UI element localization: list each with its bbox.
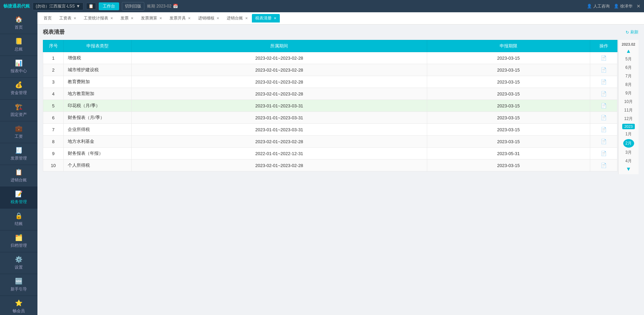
cell-action[interactable]: 📄 <box>590 112 617 124</box>
cell-action[interactable]: 📄 <box>590 160 617 171</box>
cell-action[interactable]: 📄 <box>590 148 617 160</box>
cell-type: 增值税 <box>64 52 132 64</box>
tab-close-invoice-calc[interactable]: ✕ <box>159 16 162 20</box>
sidebar-item-assets[interactable]: 🏗️ 固定资产 <box>0 100 37 121</box>
cell-action[interactable]: 📄 <box>590 124 617 136</box>
calendar-nav-up[interactable]: ▲ <box>625 47 632 55</box>
action-detail-icon[interactable]: 📄 <box>601 127 607 132</box>
sidebar-item-home[interactable]: 🏠 首页 <box>0 12 37 34</box>
calendar-month-12[interactable]: 12月 <box>618 115 639 123</box>
sidebar-item-label: 进销台账 <box>11 177 27 183</box>
calendar-month-2-active[interactable]: 2月 <box>623 139 634 148</box>
assets-icon: 🏗️ <box>15 103 22 110</box>
calendar-month-11[interactable]: 11月 <box>618 106 639 115</box>
reconcile-icon: 📋 <box>15 168 22 176</box>
sidebar-item-label: 总账 <box>15 46 23 52</box>
cell-action[interactable]: 📄 <box>590 64 617 76</box>
action-detail-icon[interactable]: 📄 <box>601 103 607 108</box>
tab-tax-register[interactable]: 税表清册 ✕ <box>252 14 280 22</box>
tab-wages-report[interactable]: 工资统计报表 ✕ <box>80 14 116 22</box>
sidebar-item-label: 税务管理 <box>11 199 27 205</box>
app-logo: 畅捷通易代账 <box>3 3 30 9</box>
cell-period: 2023-02-01~2023-02-28 <box>132 52 427 64</box>
tab-close-invoice-open[interactable]: ✕ <box>188 16 191 20</box>
cell-action[interactable]: 📄 <box>590 136 617 148</box>
calendar-month-10[interactable]: 10月 <box>618 97 639 106</box>
action-detail-icon[interactable]: 📄 <box>601 79 607 85</box>
tab-home[interactable]: 首页 <box>40 14 55 22</box>
sidebar-item-reconcile[interactable]: 📋 进销台账 <box>0 165 37 187</box>
archive-icon: 🗂️ <box>15 234 22 241</box>
tab-purchase-check[interactable]: 进销稽核 ✕ <box>195 14 223 22</box>
sidebar-item-settings[interactable]: ⚙️ 设置 <box>0 252 37 274</box>
cell-type: 教育费附加 <box>64 76 132 88</box>
calendar-month-9[interactable]: 9月 <box>618 89 639 97</box>
cell-no: 8 <box>43 136 64 148</box>
calendar-month-4[interactable]: 4月 <box>618 157 639 165</box>
page-content: 税表清册 ↻ 刷新 序号 申报表类型 所属期间 申报期限 <box>37 25 644 315</box>
workbench-button[interactable]: 工作台 <box>99 2 119 10</box>
sidebar-item-closing[interactable]: 🔒 结账 <box>0 209 37 230</box>
calendar-month-7[interactable]: 7月 <box>618 72 639 80</box>
action-detail-icon[interactable]: 📄 <box>601 91 607 96</box>
cell-action[interactable]: 📄 <box>590 88 617 100</box>
action-detail-icon[interactable]: 📄 <box>601 163 607 168</box>
sidebar-item-funds[interactable]: 💰 资金管理 <box>0 78 37 100</box>
sidebar-item-wages[interactable]: 💼 工资 <box>0 121 37 143</box>
tab-close-invoices[interactable]: ✕ <box>131 16 133 20</box>
sidebar-item-guide[interactable]: 🆕 新手引导 <box>0 274 37 296</box>
tab-close-wages-report[interactable]: ✕ <box>110 16 113 20</box>
copy-button[interactable]: 📋 <box>86 3 96 10</box>
action-detail-icon[interactable]: 📄 <box>601 151 607 156</box>
sidebar-item-ledger[interactable]: 📒 总账 <box>0 34 37 56</box>
cell-no: 10 <box>43 160 64 171</box>
sidebar-item-reports[interactable]: 📊 报表中心 <box>0 56 37 78</box>
calendar-month-6[interactable]: 6月 <box>618 63 639 72</box>
cell-action[interactable]: 📄 <box>590 100 617 112</box>
tab-wages[interactable]: 工资表 ✕ <box>56 14 80 22</box>
calendar-panel: 2023.02 ▲ 5月 6月 7月 8月 9月 10月 11月 12月 202… <box>618 40 639 174</box>
action-detail-icon[interactable]: 📄 <box>601 139 607 144</box>
sidebar-item-member[interactable]: ⭐ 畅会员 <box>0 296 37 315</box>
calendar-year-2023[interactable]: 2023 <box>622 124 634 129</box>
tab-purchase-ledger[interactable]: 进销台账 ✕ <box>223 14 251 22</box>
sidebar-item-label: 归档管理 <box>11 243 27 249</box>
action-detail-icon[interactable]: 📄 <box>601 115 607 120</box>
sidebar-item-archive[interactable]: 🗂️ 归档管理 <box>0 230 37 252</box>
tab-invoices[interactable]: 发票 ✕ <box>117 14 137 22</box>
user-menu[interactable]: 👤 徐泽华 <box>614 3 632 9</box>
funds-icon: 💰 <box>15 81 22 89</box>
action-detail-icon[interactable]: 📄 <box>601 67 607 73</box>
company-selector[interactable]: (勿动）江西服宜-LSS ▼ <box>33 2 83 10</box>
tab-close-tax-register[interactable]: ✕ <box>274 16 276 20</box>
action-detail-icon[interactable]: 📄 <box>601 55 607 61</box>
calendar-month-5[interactable]: 5月 <box>618 55 639 63</box>
tab-invoice-calc[interactable]: 发票测算 ✕ <box>138 14 165 22</box>
settings-icon: ⚙️ <box>15 256 22 263</box>
support-link[interactable]: 👤 人工咨询 <box>587 3 610 9</box>
calendar-month-1[interactable]: 1月 <box>618 130 639 138</box>
calendar-nav-down[interactable]: ▼ <box>625 165 632 173</box>
calendar-month-8[interactable]: 8月 <box>618 80 639 89</box>
tab-close-purchase-ledger[interactable]: ✕ <box>245 16 248 20</box>
cell-period: 2023-01-01~2023-03-31 <box>132 124 427 136</box>
sidebar-item-tax[interactable]: 📝 税务管理 <box>0 187 37 209</box>
calendar-month-3[interactable]: 3月 <box>618 148 639 157</box>
table-row: 10 个人所得税 2023-02-01~2023-02-28 2023-03-1… <box>43 160 617 171</box>
top-bar: 畅捷通易代账 (勿动）江西服宜-LSS ▼ 📋 工作台 切到旧版 账期 2023… <box>0 0 644 12</box>
cell-action[interactable]: 📄 <box>590 52 617 64</box>
tab-close-wages[interactable]: ✕ <box>74 16 76 20</box>
cell-no: 5 <box>43 100 64 112</box>
sidebar-item-invoices[interactable]: 🧾 发票管理 <box>0 143 37 165</box>
cell-deadline: 2023-03-15 <box>427 136 590 148</box>
refresh-button[interactable]: ↻ 刷新 <box>626 29 639 35</box>
sidebar-item-label: 设置 <box>15 265 23 270</box>
cell-deadline: 2023-03-15 <box>427 88 590 100</box>
switch-version-button[interactable]: 切到旧版 <box>122 2 144 11</box>
cell-deadline: 2023-05-31 <box>427 148 590 160</box>
tab-close-purchase-check[interactable]: ✕ <box>216 16 219 20</box>
cell-action[interactable]: 📄 <box>590 76 617 88</box>
page-title: 税表清册 <box>43 29 65 36</box>
tab-invoice-open[interactable]: 发票开具 ✕ <box>166 14 194 22</box>
close-window-icon[interactable]: ✕ <box>637 3 641 9</box>
